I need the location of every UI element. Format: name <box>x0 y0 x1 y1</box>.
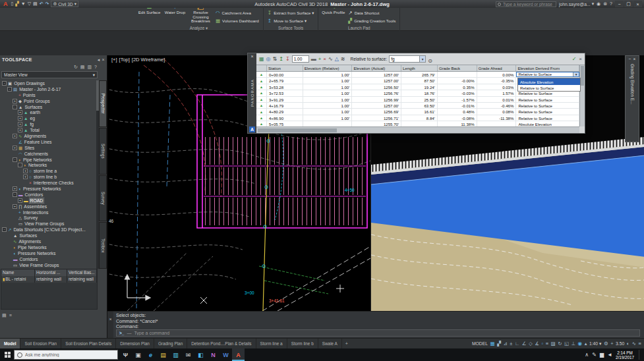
cell[interactable]: 1256.69' <box>352 109 401 114</box>
cell[interactable]: 1.00' <box>303 115 353 121</box>
derived-from-cell[interactable]: Relative to Surface▾ <box>516 72 579 77</box>
derived-from-cell[interactable]: Relative to Surface <box>516 103 579 108</box>
cell[interactable]: 4+16.79 <box>267 103 303 108</box>
workspace-switching-icon[interactable]: ⚙ <box>604 341 608 347</box>
ortho-mode-icon[interactable]: ∟ <box>515 341 519 347</box>
cell[interactable]: 1.00' <box>303 72 353 77</box>
expander-expand-icon[interactable]: + <box>18 116 22 121</box>
cell[interactable]: 0.00% <box>477 72 517 77</box>
help-icon[interactable]: ? <box>94 64 97 70</box>
cell[interactable]: 8.84' <box>401 115 438 121</box>
lower-incrementally-icon[interactable]: ↧ <box>285 56 290 63</box>
toolspace-close-icon[interactable]: × <box>102 57 105 63</box>
layout-tab-soil-erosion-plan[interactable]: Soil Erosion Plan <box>20 339 61 348</box>
tree-item-points[interactable]: +Points <box>1 92 96 98</box>
tree-item-data-shortcuts-c-civil-3d-project[interactable]: -↗Data Shortcuts [C:\Civil 3D Project... <box>1 227 96 233</box>
tree-item-surfaces[interactable]: -▲Surfaces <box>1 104 96 110</box>
selection-cycling-icon[interactable]: ↻ <box>558 341 562 347</box>
layout-tab-grading-plan[interactable]: Grading Plan <box>154 339 187 348</box>
microphone-icon[interactable]: Ψ <box>119 348 132 361</box>
layout-tab-detention-pond-plan-details[interactable]: Detention Pond....Plan & Details <box>187 339 256 348</box>
ribbon-button-catchment-area[interactable]: ◠Catchment Area <box>214 9 260 16</box>
elevation-increment-field[interactable] <box>292 55 309 63</box>
raise-lower-icon[interactable]: ⇅ <box>273 56 278 63</box>
cell[interactable]: 1.57% <box>477 90 517 96</box>
cell[interactable]: 63.50' <box>401 103 438 108</box>
expander-expand-icon[interactable]: + <box>18 122 22 126</box>
dynamic-ucs-icon[interactable]: ⊥ <box>571 341 576 347</box>
redo-icon[interactable]: ↷ <box>45 1 49 7</box>
tree-item-catchments[interactable]: ◠Catchments <box>1 151 96 157</box>
view-control[interactable]: [Top] <box>119 57 130 63</box>
cell[interactable]: 19.24' <box>401 84 438 90</box>
flatten-elevations-icon[interactable]: ▬ <box>311 56 316 63</box>
expander-expand-icon[interactable]: + <box>18 110 22 115</box>
close-editor-icon[interactable]: × <box>579 56 582 63</box>
annotation-visibility-icon[interactable]: ◉ <box>578 341 583 347</box>
cell[interactable]: 1255.70' <box>352 121 401 126</box>
cell[interactable]: 1256.71' <box>352 115 401 121</box>
tree-item-fg[interactable]: +▲fg <box>1 121 96 127</box>
file-explorer-icon[interactable]: ▤ <box>157 348 169 361</box>
apply-check-icon[interactable]: ✓ <box>572 56 577 63</box>
toolspace-tab-toolbox[interactable]: Toolbox <box>99 222 107 269</box>
annotation-autoscale-icon[interactable]: ▴ <box>585 341 587 347</box>
plot-icon[interactable]: ▤ <box>33 1 38 7</box>
transparency-icon[interactable]: ▨ <box>551 341 556 347</box>
table-vertical-scrollbar[interactable] <box>579 65 585 126</box>
layout-tab-soil-erosion-plan-details[interactable]: Soil Erosion Plan Details <box>61 339 116 348</box>
cell[interactable]: 1257.00' <box>352 103 401 108</box>
edge-browser-icon[interactable]: e <box>144 348 157 361</box>
layout-tab-swale-a[interactable]: Swale A <box>318 339 342 348</box>
command-options-icon[interactable]: — <box>127 331 131 335</box>
cell[interactable]: -0.00% <box>438 78 477 83</box>
derived-from-cell[interactable]: Relative to Surface <box>516 115 579 121</box>
item-view-icon[interactable]: ▤ <box>2 312 7 318</box>
expander-collapse-icon[interactable]: - <box>18 163 22 167</box>
cell[interactable]: 0+00.00 <box>267 72 303 77</box>
polar-tracking-icon[interactable]: ∠ <box>522 341 527 347</box>
expander-collapse-icon[interactable]: - <box>13 157 17 162</box>
ribbon-button-extract-from-surface[interactable]: ↧Extract from Surface ▾ <box>266 9 316 16</box>
undo-icon[interactable]: ↶ <box>40 1 44 7</box>
tree-item-corridors[interactable]: ▬Corridors <box>1 256 96 262</box>
cell[interactable]: 1257.00' <box>352 78 401 83</box>
chevron-down-icon[interactable]: ▾ <box>573 72 579 76</box>
expander-expand-icon[interactable]: + <box>13 146 17 150</box>
tree-item-pipe-networks[interactable]: ◗Pipe Networks <box>1 244 96 250</box>
expander-expand-icon[interactable]: + <box>13 99 17 103</box>
store-icon[interactable]: ▥ <box>169 348 182 361</box>
cell[interactable] <box>401 121 438 126</box>
minimize-button[interactable]: − <box>615 1 624 7</box>
cell[interactable]: 1.00' <box>303 109 353 114</box>
cell[interactable]: 0.08% <box>477 109 517 114</box>
grid-display-icon[interactable]: ▦ <box>490 341 495 347</box>
cell[interactable]: 1.00' <box>303 84 353 90</box>
cell[interactable]: -11.38% <box>477 115 517 121</box>
save-as-icon[interactable]: ▽ <box>28 1 31 7</box>
object-snap-tracking-icon[interactable]: ∡ <box>535 341 539 347</box>
tree-item-alignments[interactable]: +∿Alignments <box>1 133 96 139</box>
derived-from-cell[interactable]: Absolute Elevation <box>516 121 579 126</box>
layout-tab-storm-line-b[interactable]: Storm line b <box>287 339 318 348</box>
taskbar-search-input[interactable] <box>25 352 115 357</box>
graphics-performance-icon[interactable]: ∿ <box>632 341 636 347</box>
tree-item-view-frame-groups[interactable]: ▭View Frame Groups <box>1 262 96 268</box>
tray-expand-icon[interactable]: ∧ <box>585 352 589 358</box>
expander-expand-icon[interactable]: + <box>13 134 17 138</box>
application-menu-button[interactable]: A <box>2 1 9 7</box>
cell[interactable]: -1.57% <box>438 97 477 102</box>
cell[interactable]: -0.03% <box>438 90 477 96</box>
annotation-monitor-icon[interactable]: + <box>610 341 613 347</box>
tree-item-storm-line-b[interactable]: +○storm line b <box>1 174 96 180</box>
dropdown-item-absolute-elevation[interactable]: Absolute Elevation <box>518 78 580 85</box>
cell[interactable]: 25.50' <box>401 97 438 102</box>
tree-item-earth[interactable]: +▲earth <box>1 109 96 115</box>
tree-item-alignments[interactable]: ∿Alignments <box>1 238 96 244</box>
list-view-icon[interactable]: ≡ <box>9 312 12 318</box>
dropdown-item-relative-to-surface[interactable]: Relative to Surface <box>518 85 580 92</box>
grid-row[interactable]: ▮BL - retainiretaining wallretaining wal… <box>1 276 97 283</box>
word-icon[interactable]: W <box>220 348 232 361</box>
command-input[interactable] <box>134 331 637 335</box>
toolspace-tab-settings[interactable]: Settings <box>99 128 107 175</box>
